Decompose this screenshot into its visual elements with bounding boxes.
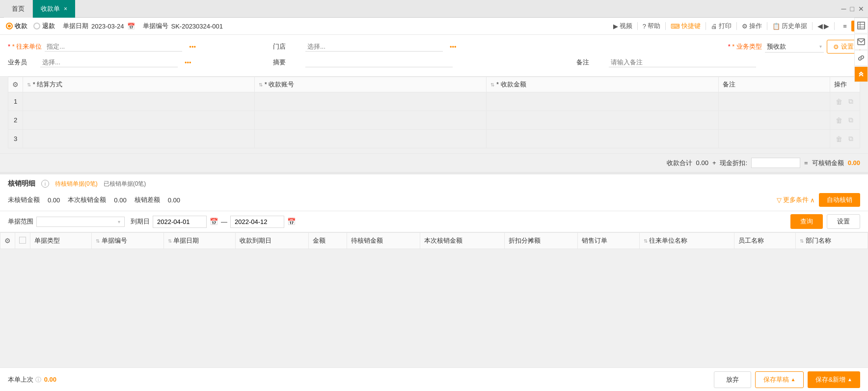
sidebar-link-icon[interactable] (854, 50, 868, 66)
date-to-input[interactable] (230, 216, 284, 228)
play-icon: ▶ (613, 23, 618, 30)
query-btn[interactable]: 查询 (790, 214, 823, 229)
verification-table: ⚙ 单据类型 ⇅ 单据编号 ⇅ 单据日期 (0, 232, 868, 249)
row2-account[interactable] (255, 111, 487, 130)
tab-receipt[interactable]: 收款单 × (33, 0, 75, 18)
svg-rect-0 (858, 22, 865, 29)
partner-more-icon[interactable]: ••• (189, 43, 196, 51)
sidebar-expand-icon[interactable] (854, 66, 868, 82)
date-from-input[interactable] (153, 216, 207, 228)
partner-section: * * 往来单位 ••• (8, 42, 253, 52)
store-more-icon[interactable]: ••• (450, 43, 457, 51)
remarks-input[interactable] (609, 57, 756, 67)
diff-value: 0.00 (168, 196, 180, 204)
row2-amount[interactable] (487, 111, 718, 130)
row1-amount[interactable] (487, 92, 718, 111)
salesperson-section: 业务员 ••• (8, 57, 253, 67)
divider3 (705, 22, 706, 30)
bth-pending: 待核销金额 (347, 233, 420, 249)
row1-actions: 🗑 ⧉ (830, 92, 860, 111)
range-select[interactable]: ▾ (36, 217, 125, 227)
verified-tab[interactable]: 已核销单据(0笔) (104, 180, 146, 188)
cal-from-icon[interactable]: 📅 (210, 218, 218, 225)
th-amount: ⇅ * 收款金额 (487, 77, 718, 92)
save-new-btn[interactable]: 保存&新增 ▲ (808, 371, 860, 388)
row1-account[interactable] (255, 92, 487, 111)
abandon-btn[interactable]: 放弃 (714, 371, 751, 388)
window-close-icon[interactable]: ✕ (858, 5, 864, 13)
store-section: 门店 ••• (273, 42, 708, 52)
row3-account[interactable] (255, 130, 487, 148)
radio-receipt-label: 收款 (15, 22, 27, 30)
row1-delete-icon[interactable]: 🗑 (834, 97, 844, 107)
radio-refund[interactable]: 退款 (33, 22, 55, 30)
sidebar-table-icon[interactable] (854, 18, 868, 33)
table-container: ⚙ ⇅ * 结算方式 ⇅ * 收款账号 ⇅ * 收款金额 备注 (0, 77, 868, 153)
cal-to-icon[interactable]: 📅 (287, 218, 296, 225)
history-icon: 📋 (772, 23, 780, 30)
memo-input[interactable] (305, 57, 453, 67)
sidebar-email-icon[interactable] (854, 34, 868, 50)
bottom-table-container: ⚙ 单据类型 ⇅ 单据编号 ⇅ 单据日期 (0, 232, 868, 249)
row3-payment[interactable] (23, 130, 255, 148)
row1-copy-icon[interactable]: ⧉ (846, 97, 856, 107)
bth-type: 单据类型 (30, 233, 92, 249)
row2-remarks[interactable] (718, 111, 830, 130)
bth-number: ⇅ 单据编号 (92, 233, 163, 249)
select-all-checkbox[interactable] (19, 237, 26, 244)
business-type-select[interactable]: 预收款 ▾ (765, 41, 824, 53)
auto-verify-btn[interactable]: 自动核销 (819, 193, 860, 207)
total-value: 0.00 (696, 159, 708, 167)
discount-input[interactable] (751, 158, 800, 168)
window-minimize-icon[interactable]: ─ (841, 5, 846, 13)
save-new-arrow: ▲ (847, 377, 852, 382)
video-btn[interactable]: ▶ 视频 (613, 22, 632, 30)
row1-payment[interactable] (23, 92, 255, 111)
salesperson-input[interactable] (40, 57, 178, 67)
filter-settings-btn[interactable]: 设置 (827, 214, 860, 229)
help-btn[interactable]: ? 帮助 (643, 22, 660, 30)
store-input[interactable] (305, 42, 443, 52)
info-icon-footer[interactable]: ⓘ (35, 376, 41, 383)
row2-delete-icon[interactable]: 🗑 (834, 115, 844, 125)
save-draft-btn[interactable]: 保存草稿 ▲ (755, 371, 804, 388)
date-label: 单据日期 (63, 22, 88, 30)
shortcut-btn[interactable]: ⌨ 快捷键 (671, 22, 701, 30)
row3-amount[interactable] (487, 130, 718, 148)
prev-arrow[interactable]: ◀ (817, 22, 823, 30)
business-type-value: 预收款 (765, 41, 817, 52)
bth-employee: 员工名称 (734, 233, 796, 249)
window-restore-icon[interactable]: □ (850, 5, 854, 13)
radio-receipt[interactable]: 收款 (6, 22, 27, 30)
row3-remarks[interactable] (718, 130, 830, 148)
table-row: 2 🗑 ⧉ (8, 111, 860, 130)
form-area: * * 往来单位 ••• 门店 ••• * * 业务类型 预收款 ▾ ⚙ 设置 (0, 35, 868, 77)
bottom-table-settings-icon[interactable]: ⚙ (4, 237, 11, 245)
right-sidebar (854, 18, 868, 82)
divider5 (767, 22, 767, 30)
th-remarks: 备注 (718, 77, 830, 92)
row1-remarks[interactable] (718, 92, 830, 111)
table-settings-icon[interactable]: ⚙ (12, 81, 19, 88)
print-btn[interactable]: 🖨 打印 (711, 22, 732, 30)
memo-label: 摘要 (273, 58, 302, 67)
history-btn[interactable]: 📋 历史单据 (772, 22, 807, 30)
tab-home[interactable]: 首页 (4, 0, 33, 18)
bth-partner: ⇅ 往来单位名称 (639, 233, 734, 249)
salesperson-more-icon[interactable]: ••• (185, 59, 191, 66)
row2-copy-icon[interactable]: ⧉ (846, 115, 856, 125)
partner-input[interactable] (45, 42, 182, 52)
tab-close-icon[interactable]: × (64, 5, 67, 12)
verification-title: 核销明细 (8, 179, 35, 188)
list-layout-btn[interactable]: ≡ (840, 21, 850, 31)
calendar-icon[interactable]: 📅 (127, 23, 135, 30)
row3-delete-icon[interactable]: 🗑 (834, 134, 844, 144)
row3-copy-icon[interactable]: ⧉ (846, 134, 856, 144)
row2-payment[interactable] (23, 111, 255, 130)
next-arrow[interactable]: ▶ (824, 22, 829, 30)
verification-info-icon[interactable]: i (41, 180, 49, 188)
more-conditions-btn[interactable]: ▽ 更多条件 ∧ (777, 196, 815, 204)
salesperson-label: 业务员 (8, 58, 37, 67)
pending-tab[interactable]: 待核销单据(0笔) (55, 180, 98, 188)
operations-btn[interactable]: ⚙ 操作 (742, 22, 762, 30)
